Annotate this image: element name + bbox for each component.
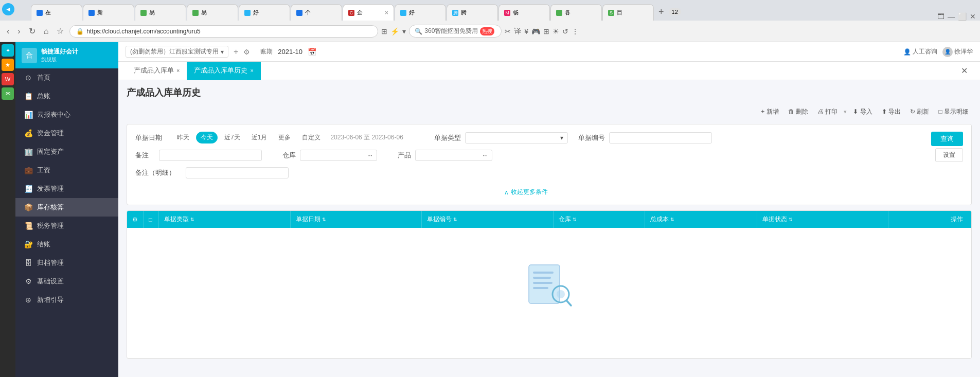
scissors-icon[interactable]: ✂ bbox=[505, 27, 511, 35]
sidebar-item-general[interactable]: 📋 总账 bbox=[15, 87, 118, 105]
th-number-label: 单据编号 bbox=[427, 215, 452, 224]
settings-company-icon[interactable]: ⚙ bbox=[243, 48, 250, 56]
display-button[interactable]: □ 显示明细 bbox=[935, 106, 972, 118]
home-button[interactable]: ⌂ bbox=[41, 25, 51, 38]
translate-icon[interactable]: 译 bbox=[514, 27, 521, 36]
page-tab-list-close[interactable]: × bbox=[176, 67, 180, 74]
th-warehouse[interactable]: 仓库 ⇅ bbox=[553, 211, 645, 228]
page-tab-list[interactable]: 产成品入库单 × bbox=[127, 62, 187, 80]
warehouse-filter-select[interactable]: ··· bbox=[300, 150, 377, 161]
dropdown-icon[interactable]: ▾ bbox=[402, 27, 406, 35]
refresh-button[interactable]: ↻ 刷新 bbox=[907, 106, 932, 118]
consult-button[interactable]: 👤 人工咨询 bbox=[903, 47, 937, 56]
tab-7-close-icon[interactable]: × bbox=[385, 9, 388, 16]
user-info[interactable]: 👤 徐泽华 bbox=[942, 47, 973, 57]
notes-filter-input[interactable] bbox=[159, 150, 262, 161]
menu-icon[interactable]: ⋮ bbox=[572, 27, 579, 35]
sidebar-item-basic[interactable]: ⚙ 基础设置 bbox=[15, 272, 118, 291]
sidebar-item-checkout[interactable]: 🔐 结账 bbox=[15, 235, 118, 254]
checkbox-all[interactable]: □ bbox=[149, 216, 152, 223]
tab-7[interactable]: C 企 × bbox=[343, 4, 394, 21]
print-dropdown[interactable]: ▾ bbox=[844, 109, 847, 115]
app-icon-red[interactable]: W bbox=[2, 73, 14, 85]
number-filter-input[interactable] bbox=[609, 132, 712, 143]
delete-button[interactable]: 🗑 删除 bbox=[785, 106, 811, 118]
close-browser-icon[interactable]: ✕ bbox=[970, 12, 976, 21]
product-filter-select[interactable]: ··· bbox=[415, 150, 492, 161]
sidebar-item-salary[interactable]: 💼 工资 bbox=[15, 161, 118, 179]
sidebar-item-invoice[interactable]: 🧾 发票管理 bbox=[15, 179, 118, 198]
back-button[interactable]: ‹ bbox=[4, 25, 12, 38]
th-check[interactable]: □ bbox=[144, 211, 159, 228]
tab-5[interactable]: 好 bbox=[239, 4, 290, 21]
game-icon[interactable]: 🎮 bbox=[531, 27, 540, 35]
forward-button[interactable]: › bbox=[15, 25, 23, 38]
lightning-icon[interactable]: ⚡ bbox=[390, 27, 399, 35]
search-box[interactable]: 🔍 360智能抠图免费用 热搜 bbox=[409, 25, 502, 38]
tab-2[interactable]: 新 bbox=[83, 4, 134, 21]
th-gear[interactable]: ⚙ bbox=[127, 211, 144, 228]
tab-1[interactable]: 在 bbox=[31, 4, 82, 21]
tab-11[interactable]: 各 bbox=[550, 4, 602, 21]
reload-button[interactable]: ↻ bbox=[26, 25, 38, 38]
sidebar-item-new-guide[interactable]: ⊕ 新增引导 bbox=[15, 291, 118, 309]
th-number[interactable]: 单据编号 ⇅ bbox=[422, 211, 554, 228]
calendar-icon[interactable]: 📅 bbox=[308, 48, 316, 56]
filter-settings-button[interactable]: 设置 bbox=[935, 148, 963, 162]
panel-close-icon[interactable]: ✕ bbox=[957, 66, 972, 76]
page-tab-history-close[interactable]: × bbox=[250, 67, 253, 74]
tab-9[interactable]: 腾 腾 bbox=[447, 4, 498, 21]
date-btn-yesterday[interactable]: 昨天 bbox=[172, 132, 194, 143]
th-status[interactable]: 单据状态 ⇅ bbox=[757, 211, 888, 228]
new-tab-button[interactable]: + bbox=[654, 5, 668, 20]
restore-icon[interactable]: 🗔 bbox=[937, 12, 945, 21]
detail-notes-input[interactable] bbox=[186, 167, 289, 178]
app-icon-green[interactable]: ✉ bbox=[2, 87, 14, 100]
minimize-icon[interactable]: — bbox=[948, 12, 955, 21]
date-btn-more[interactable]: 更多 bbox=[274, 132, 295, 143]
rmb-icon[interactable]: ¥ bbox=[524, 27, 528, 35]
add-company-icon[interactable]: + bbox=[234, 47, 238, 57]
sidebar-item-home[interactable]: ⊙ 首页 bbox=[15, 68, 118, 87]
table-container: ⚙ □ 单据类型 ⇅ bbox=[127, 210, 972, 359]
date-btn-7days[interactable]: 近7天 bbox=[220, 132, 245, 143]
app-icon-yellow[interactable]: ★ bbox=[2, 59, 14, 71]
app-icon-chanjet[interactable]: ✦ bbox=[2, 44, 14, 57]
collapse-button[interactable]: ∧ 收起更多条件 bbox=[135, 185, 917, 198]
tab-3[interactable]: 易 bbox=[135, 4, 186, 21]
sync-icon[interactable]: ↺ bbox=[562, 27, 568, 35]
page-tab-history[interactable]: 产成品入库单历史 × bbox=[187, 62, 260, 80]
type-filter-select[interactable]: ▾ bbox=[465, 132, 568, 143]
tab-12[interactable]: S 目 bbox=[602, 4, 654, 21]
export-button[interactable]: ⬆ 导出 bbox=[879, 106, 904, 118]
date-btn-custom[interactable]: 自定义 bbox=[297, 132, 325, 143]
sidebar-item-fixed[interactable]: 🏢 固定资产 bbox=[15, 142, 118, 161]
date-btn-today[interactable]: 今天 bbox=[196, 132, 218, 143]
tab-8[interactable]: 好 bbox=[395, 4, 446, 21]
theme-icon[interactable]: ☀ bbox=[553, 27, 559, 35]
sidebar-item-fund[interactable]: 💰 资金管理 bbox=[15, 124, 118, 142]
th-type[interactable]: 单据类型 ⇅ bbox=[159, 211, 291, 228]
tab-6[interactable]: 个 bbox=[291, 4, 342, 21]
sidebar-item-archive[interactable]: 🗄 归档管理 bbox=[15, 254, 118, 272]
th-date[interactable]: 单据日期 ⇅ bbox=[290, 211, 422, 228]
query-button[interactable]: 查询 bbox=[931, 132, 963, 146]
print-button[interactable]: 🖨 打印 bbox=[814, 106, 841, 118]
sidebar-item-tax[interactable]: 📜 税务管理 bbox=[15, 217, 118, 235]
th-cost[interactable]: 总成本 ⇅ bbox=[645, 211, 757, 228]
bookmark-button[interactable]: ☆ bbox=[54, 25, 66, 38]
archive-nav-icon: 🗄 bbox=[24, 259, 33, 267]
sidebar-item-inventory[interactable]: 📦 库存核算 bbox=[15, 198, 118, 217]
import-button[interactable]: ⬇ 导入 bbox=[850, 106, 875, 118]
salary-nav-icon: 💼 bbox=[24, 166, 33, 174]
tab-10[interactable]: M 畅 bbox=[498, 4, 550, 21]
grid-icon[interactable]: ⊞ bbox=[543, 27, 549, 35]
add-button[interactable]: + 新增 bbox=[758, 106, 781, 118]
maximize-icon[interactable]: ⬜ bbox=[958, 12, 967, 21]
sidebar-item-report[interactable]: 📊 云报表中心 bbox=[15, 105, 118, 124]
company-select[interactable]: (勿删勿禁用）江西服宝测试专用 ▾ bbox=[126, 46, 228, 58]
tab-4[interactable]: 易 bbox=[187, 4, 238, 21]
address-input[interactable]: 🔒 https://cloud.chanjet.com/accounting/u… bbox=[69, 25, 378, 38]
date-btn-1month[interactable]: 近1月 bbox=[247, 132, 272, 143]
extensions-icon[interactable]: ⊞ bbox=[381, 27, 387, 35]
